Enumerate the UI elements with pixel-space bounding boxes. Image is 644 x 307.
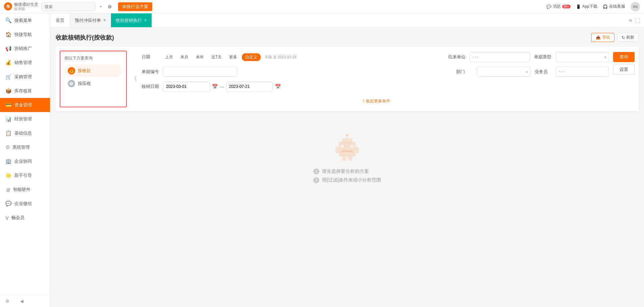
svg-rect-7 [335, 147, 339, 153]
sidebar-item-base-info[interactable]: 📋 基础信息 [0, 126, 50, 140]
settings-icon[interactable]: ⚙ [108, 4, 112, 9]
empty-tips: 1 请先选择要分析的方案 2 用[过滤]条件来缩小分析范围 [313, 168, 381, 183]
sidebar-item-member[interactable]: V 畅会员 [0, 211, 50, 225]
sidebar: 🔍 搜索菜单 🏠 快捷导航 📢 营销推广 💰 销售管理 🛒 采购管理 📦 库存核… [0, 13, 50, 307]
verify-date-label: 核销日期 [142, 84, 159, 90]
doc-type-arrow-icon: ▾ [604, 55, 606, 59]
service-icon: 🎧 [603, 4, 608, 9]
window-close-icon[interactable]: ✕ [629, 18, 633, 23]
sidebar-item-marketing[interactable]: 📢 营销推广 [0, 42, 50, 56]
verify-date-start-input[interactable] [163, 82, 210, 92]
tab-prepay-label: 预付冲应付单 [75, 17, 101, 23]
sidebar-item-inventory[interactable]: 📦 库存核算 [0, 84, 50, 98]
window-maximize-icon[interactable]: ⛶ [635, 18, 640, 23]
verify-date-end-input[interactable] [226, 82, 273, 92]
date-this-month-btn[interactable]: 本月 [178, 53, 191, 61]
query-button[interactable]: 查询 [613, 52, 635, 62]
topbar-right: 💬 消息 99+ 📱 App下载 🎧 在线客服 Rit [546, 2, 640, 11]
bottom-settings-icon: ⚙ [5, 299, 9, 304]
svg-rect-6 [341, 150, 353, 152]
sidebar-item-operations[interactable]: 📊 经营管理 [0, 112, 50, 126]
date-more-btn[interactable]: 更多 [226, 53, 240, 61]
marketing-icon: 📢 [5, 46, 12, 52]
sidebar-item-enterprise[interactable]: 🏢 企业协同 [0, 154, 50, 168]
partner-dots: ··· [473, 54, 479, 60]
member-icon: V [5, 215, 9, 221]
inventory-icon: 📦 [5, 88, 12, 94]
date-custom-btn[interactable]: 自定义 [242, 53, 261, 61]
message-button[interactable]: 💬 消息 99+ [546, 4, 571, 9]
tab-home[interactable]: 首页 [50, 13, 70, 27]
sidebar-item-search-menu[interactable]: 🔍 搜索菜单 [0, 13, 50, 28]
tab-prepay[interactable]: 预付冲应付单 ✕ [70, 13, 111, 27]
doc-no-label: 单据编号 [142, 69, 159, 75]
app-label: App下载 [582, 4, 597, 9]
svg-rect-9 [342, 157, 346, 161]
tab-receipts[interactable]: 收款核销执行 ✕ [111, 13, 152, 27]
sidebar-item-finance[interactable]: 💳 资金管理 [0, 98, 50, 112]
sidebar-item-quick-nav[interactable]: 🏠 快捷导航 [0, 28, 50, 42]
tip-num-1: 1 [313, 168, 319, 174]
sidebar-label-base-info: 基础信息 [14, 130, 32, 136]
sidebar-item-wechat[interactable]: 💬 企业微信 [0, 197, 50, 211]
empty-tip-1: 1 请先选择要分析的方案 [313, 168, 381, 174]
empty-tip-2: 2 用[过滤]条件来缩小分析范围 [313, 177, 381, 183]
user-avatar[interactable]: Rit [631, 2, 640, 11]
tab-receipts-close-icon[interactable]: ✕ [144, 18, 147, 22]
sidebar-label-enterprise: 企业协同 [14, 158, 32, 164]
filter-option-by-receipt[interactable]: 💰 按收款 [64, 64, 122, 77]
doc-type-select[interactable]: ▾ [555, 52, 609, 62]
dept-select[interactable]: ▾ [477, 67, 531, 77]
page-header: 收款核销执行(按收款) 📤 导出 ↻ 刷新 [56, 33, 639, 42]
doc-no-input[interactable] [163, 67, 237, 77]
tab-prepay-close-icon[interactable]: ✕ [103, 18, 106, 22]
sidebar-item-hardware[interactable]: 🖥 智能硬件 [0, 183, 50, 197]
verify-date-end-calendar-icon[interactable]: 📅 [275, 84, 281, 89]
solution-button[interactable]: 体验行业方案 [118, 2, 152, 11]
date-7days-btn[interactable]: 近7天 [209, 53, 224, 61]
search-chevron-icon[interactable]: ▾ [100, 5, 102, 8]
search-input[interactable] [42, 2, 95, 11]
refresh-icon: ↻ [622, 35, 625, 40]
brand-text: 标准版 [14, 7, 38, 11]
sidebar-item-purchase[interactable]: 🛒 采购管理 [0, 70, 50, 84]
staff-select[interactable]: ··· [555, 67, 609, 77]
date-last-month-btn[interactable]: 上月 [162, 53, 176, 61]
sidebar-label-wechat: 企业微信 [14, 201, 32, 207]
payable-option-label: 按应收 [78, 81, 91, 87]
date-sub-text: 不限 至 2023-07-26 [265, 55, 297, 60]
svg-rect-1 [342, 138, 352, 143]
verify-date-range: 📅 — 📅 [163, 82, 281, 92]
sales-icon: 💰 [5, 60, 12, 66]
staff-dots: ··· [558, 69, 565, 75]
refresh-label: 刷新 [626, 35, 634, 40]
dept-label: 部门 [456, 69, 473, 75]
filter-type-selector: 按以下方案查询 💰 按收款 🕐 按应收 [60, 51, 127, 107]
verify-date-start-calendar-icon[interactable]: 📅 [212, 84, 218, 89]
app-download-button[interactable]: 📱 App下载 [576, 4, 597, 9]
filter-option-by-payable[interactable]: 🕐 按应收 [64, 77, 122, 90]
sidebar-bottom-settings[interactable]: ⚙ [0, 295, 15, 307]
tab-window-controls: ✕ ⛶ [625, 13, 644, 27]
collapse-more-label: 收起更多条件 [366, 98, 390, 104]
collapse-icon: ◀ [20, 299, 23, 304]
sidebar-item-guide[interactable]: 🌟 新手引导 [0, 168, 50, 183]
export-button[interactable]: 📤 导出 [591, 33, 614, 42]
filter-row-2: 单据编号 部门 ▾ 业务员 ··· [142, 67, 609, 77]
page-header-actions: 📤 导出 ↻ 刷新 [591, 33, 639, 42]
collapse-more-button[interactable]: 《 收起更多条件 [142, 96, 609, 106]
date-this-year-btn[interactable]: 本年 [193, 53, 207, 61]
logo: 兔 畅捷通好生意 标准版 [4, 2, 38, 11]
service-button[interactable]: 🎧 在线客服 [603, 4, 625, 9]
refresh-button[interactable]: ↻ 刷新 [617, 33, 639, 42]
partner-select[interactable]: ··· [470, 52, 530, 62]
filter-collapse-button[interactable]: 《 [131, 75, 138, 83]
filter-settings-button[interactable]: 设置 [613, 64, 635, 75]
sidebar-item-sales[interactable]: 💰 销售管理 [0, 56, 50, 70]
sidebar-label-system: 系统管理 [12, 144, 30, 150]
page-content: 收款核销执行(按收款) 📤 导出 ↻ 刷新 按以下方案查询 [50, 28, 644, 307]
page-title: 收款核销执行(按收款) [56, 34, 114, 42]
sidebar-collapse-button[interactable]: ◀ [15, 295, 29, 307]
sidebar-item-system[interactable]: ⚙ 系统管理 [0, 140, 50, 154]
staff-label: 业务员 [535, 69, 551, 75]
